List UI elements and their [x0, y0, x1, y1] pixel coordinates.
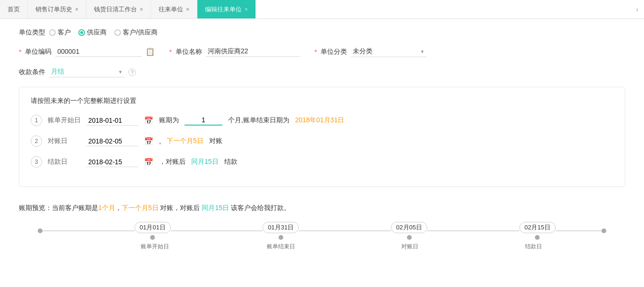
radio-both-circle — [114, 29, 121, 36]
tab-cash-work-close[interactable]: × — [140, 6, 143, 13]
payment-terms-value: 月结 — [51, 68, 116, 76]
radio-both[interactable]: 客户/供应商 — [114, 28, 158, 37]
tab-sales-order-close[interactable]: × — [75, 6, 78, 13]
timeline-dot-3 — [407, 235, 412, 240]
tab-bar: 首页 销售订单历史 × 钱货日清工作台 × 往来单位 × 编辑往来单位 × › — [0, 0, 644, 19]
timeline-container: 01月01日 01月31日 02月05日 — [19, 222, 625, 251]
timeline-dot-2 — [279, 235, 283, 240]
unit-category-select[interactable]: 未分类 ▼ — [351, 46, 426, 57]
tab-partner[interactable]: 往来单位 × — [151, 0, 197, 18]
reconcile-next-month: 下一个月5日 — [167, 137, 203, 145]
payment-suffix: 结款 — [224, 158, 237, 166]
timeline-label-1: 账单开始日 — [141, 243, 169, 251]
preview-payment-suffix: 该客户会给我打款。 — [229, 204, 290, 211]
billing-months-input[interactable] — [185, 115, 222, 126]
chevron-right-icon: › — [636, 6, 638, 13]
reconcile-date[interactable] — [86, 136, 138, 146]
timeline-line-4 — [427, 230, 519, 231]
unit-code-star: * — [19, 48, 21, 56]
timeline-start-dot — [38, 228, 42, 233]
help-icon[interactable]: ? — [128, 68, 136, 76]
billing-period-prefix: 账期为 — [159, 116, 179, 125]
section-instruction: 请按照未来的一个完整帐期进行设置 — [31, 97, 613, 105]
timeline-line-5 — [556, 230, 602, 231]
payment-prefix: ，对账后 — [159, 158, 186, 166]
timeline-line-1 — [42, 230, 135, 231]
unit-name-star: * — [169, 48, 171, 56]
unit-category-label: 单位分类 — [321, 48, 347, 56]
reconcile-cal-icon[interactable]: 📅 — [144, 137, 153, 146]
timeline-date-3: 02月05日 — [391, 222, 427, 233]
payment-terms-select[interactable]: 月结 ▼ — [49, 67, 125, 77]
timeline-date-4: 02月15日 — [519, 222, 556, 233]
preview-comma: ， — [115, 204, 122, 211]
timeline-date-2: 01月31日 — [263, 222, 299, 233]
unit-type-row: 单位类型 客户 供应商 客户/供应商 — [19, 28, 625, 37]
tab-partner-label: 往来单位 — [159, 5, 183, 14]
unit-category-field: * 单位分类 未分类 ▼ — [314, 46, 426, 57]
payment-terms-field: 收款条件 月结 ▼ ? — [19, 67, 136, 77]
radio-supplier-label: 供应商 — [87, 28, 107, 37]
timeline-node-4: 02月15日 — [519, 222, 556, 240]
tab-sales-order-label: 销售订单历史 — [35, 5, 72, 14]
unit-name-input[interactable] — [206, 47, 300, 57]
row-num-2: 2 — [31, 135, 42, 147]
timeline-end-dot — [602, 228, 606, 233]
preview-prefix: 账期预览：当前客户账期是 — [19, 204, 98, 211]
tab-cash-work-label: 钱货日清工作台 — [94, 5, 137, 14]
timeline-dot-1 — [150, 235, 155, 240]
reconcile-label: 对账日 — [48, 137, 81, 145]
timeline-label-2: 账单结束日 — [264, 243, 297, 251]
unit-type-field: 单位类型 客户 供应商 客户/供应商 — [19, 28, 158, 37]
unit-code-input[interactable] — [55, 47, 142, 57]
radio-customer[interactable]: 客户 — [49, 28, 71, 37]
radio-supplier-circle — [78, 29, 85, 36]
preview-reconcile-suffix: 对账，对账后 — [159, 204, 200, 211]
preview-reconcile-prefix: 下一个月5日 — [122, 204, 159, 211]
unit-name-field: * 单位名称 — [169, 47, 300, 57]
payment-terms-chevron-icon: ▼ — [118, 69, 123, 75]
billing-end-date: 2018年01月31日 — [295, 116, 344, 125]
unit-info-row: * 单位编码 📋 * 单位名称 * 单位分类 未分类 ▼ — [19, 46, 625, 57]
preview-section: 账期预览：当前客户账期是1个月，下一个月5日 对账，对账后 同月15日 该客户会… — [19, 196, 625, 258]
timeline-label-4: 结款日 — [522, 243, 545, 251]
payment-date[interactable] — [86, 157, 138, 167]
radio-supplier[interactable]: 供应商 — [78, 28, 107, 37]
payment-cal-icon[interactable]: 📅 — [144, 158, 153, 167]
chevron-down-icon: ▼ — [420, 49, 424, 54]
payment-label: 结款日 — [48, 158, 81, 166]
payment-same-month: 同月15日 — [191, 158, 219, 166]
unit-type-radio-group: 客户 供应商 客户/供应商 — [49, 28, 158, 37]
timeline-date-1: 01月01日 — [135, 222, 171, 233]
tab-sales-order[interactable]: 销售订单历史 × — [28, 0, 86, 18]
payment-terms-row: 收款条件 月结 ▼ ? — [19, 67, 625, 77]
tab-edit-partner-close[interactable]: × — [245, 6, 248, 13]
unit-code-label: 单位编码 — [25, 48, 51, 56]
timeline-labels: 账单开始日 账单结束日 对账日 结款日 — [38, 243, 606, 251]
unit-name-label: 单位名称 — [176, 48, 202, 56]
unit-category-value: 未分类 — [353, 47, 418, 56]
tab-partner-close[interactable]: × — [186, 6, 189, 13]
tab-more-button[interactable]: › — [630, 0, 644, 18]
unit-type-label: 单位类型 — [19, 28, 45, 37]
preview-payment-prefix: 同月15日 — [202, 204, 229, 211]
unit-code-copy-icon[interactable]: 📋 — [145, 47, 155, 56]
timeline-node-1: 01月01日 — [135, 222, 171, 240]
billing-start-cal-icon[interactable]: 📅 — [144, 116, 153, 125]
config-row-1: 1 账单开始日 📅 账期为 个月,账单结束日期为 2018年01月31日 — [31, 115, 613, 126]
tab-home[interactable]: 首页 — [0, 0, 28, 18]
reconcile-suffix: 对账 — [209, 137, 222, 145]
payment-terms-label: 收款条件 — [19, 68, 45, 76]
preview-period: 1个月 — [98, 204, 115, 211]
tab-edit-partner-label: 编辑往来单位 — [205, 5, 242, 14]
tab-cash-work[interactable]: 钱货日清工作台 × — [86, 0, 151, 18]
tab-edit-partner[interactable]: 编辑往来单位 × — [197, 0, 256, 18]
billing-start-date[interactable] — [86, 116, 138, 126]
billing-config-section: 请按照未来的一个完整帐期进行设置 1 账单开始日 📅 账期为 个月,账单结束日期… — [19, 87, 625, 187]
billing-period-suffix: 个月,账单结束日期为 — [228, 116, 289, 125]
unit-code-field: * 单位编码 📋 — [19, 47, 155, 57]
config-row-3: 3 结款日 📅 ，对账后 同月15日 结款 — [31, 156, 613, 168]
timeline-line-2 — [171, 230, 263, 231]
timeline-line-3 — [299, 230, 391, 231]
row-num-1: 1 — [31, 115, 42, 126]
